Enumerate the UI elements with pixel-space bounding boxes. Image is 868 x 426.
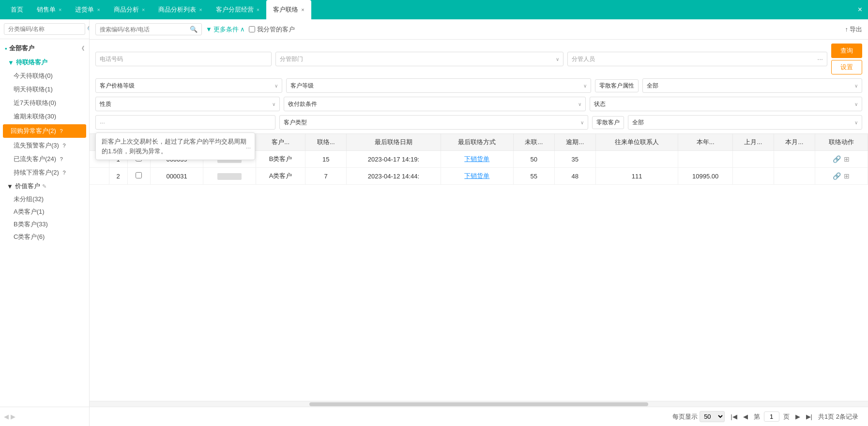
row1-last-contact-date: 2023-04-17 14:19: [347, 151, 441, 168]
col-contact-person[interactable]: 往来单位联系人 [595, 134, 678, 151]
value-customers-arrow: ▼ [7, 183, 13, 190]
sidebar-today-pending[interactable]: 今天待联络(0) [0, 69, 89, 83]
col-uncontacted-label: 未联... [525, 138, 543, 146]
nav-product-list-close[interactable]: × [199, 7, 202, 13]
sidebar-repurchase-abnormal[interactable]: 回购异常客户(2) ? [3, 124, 86, 138]
sidebar-bottom-arrow-left[interactable]: ◀ [4, 413, 9, 420]
nav-home[interactable]: 首页 [4, 0, 30, 19]
status-field[interactable]: 状态 ∨ [590, 97, 862, 111]
nav-customer-contact[interactable]: 客户联络 × [266, 0, 311, 19]
row1-last-month [732, 151, 774, 168]
query-button[interactable]: 查询 [831, 44, 862, 58]
col-contact-count[interactable]: 联络... [305, 134, 347, 151]
payment-field[interactable]: 收付款条件 ∨ [284, 97, 586, 111]
filter-row-3: 性质 ∨ 收付款条件 ∨ 状态 ∨ [95, 97, 862, 111]
sidebar-overdue-pending[interactable]: 逾期未联络(30) [0, 110, 89, 123]
col-current-year[interactable]: 本年... [678, 134, 732, 151]
col-overdue[interactable]: 逾期... [554, 134, 595, 151]
row2-index: 2 [109, 168, 127, 185]
setting-button[interactable]: 设置 [831, 60, 862, 74]
sidebar-search-input[interactable] [4, 23, 85, 35]
row1-actions: 🔗 ⊞ [815, 151, 868, 168]
nav-sales[interactable]: 销售单 × [30, 0, 68, 19]
gender-field[interactable]: 性质 ∨ [95, 97, 280, 111]
customer-type-field[interactable]: 客户类型 ∨ [279, 115, 588, 130]
nav-customer-layer-close[interactable]: × [257, 7, 259, 13]
price-grade-field[interactable]: 客户价格等级 ∨ [95, 78, 282, 93]
col-last-contact-date[interactable]: 最后联络日期 [347, 134, 441, 151]
col-last-contact-method[interactable]: 最后联络方式 [441, 134, 513, 151]
customer-grade-arrow: ∨ [583, 83, 587, 88]
customer-grade-field[interactable]: 客户等级 ∨ [286, 78, 592, 93]
sidebar-lost-warning[interactable]: 流失预警客户(3) ? [0, 139, 89, 152]
nav-purchase-close[interactable]: × [97, 7, 100, 13]
col-last-month-label: 上月... [744, 138, 762, 146]
row2-grid-icon[interactable]: ⊞ [844, 172, 850, 180]
col-customer-type-label: 客户... [272, 138, 289, 146]
sidebar-value-c[interactable]: C类客户(6) [0, 231, 89, 243]
row2-link-icon[interactable]: 🔗 [833, 172, 841, 180]
nav-product-analysis[interactable]: 商品分析 × [107, 0, 152, 19]
sidebar-already-lost[interactable]: 已流失客户(24) ? [0, 152, 89, 166]
value-customers-edit-icon[interactable]: ✎ [42, 183, 46, 190]
row1-method-link[interactable]: 下销货单 [464, 155, 489, 162]
main-search-icon[interactable]: 🔍 [190, 26, 198, 33]
col-customer-type[interactable]: 客户... [256, 134, 305, 151]
page-first-btn[interactable]: |◀ [729, 412, 739, 421]
nav-product-analysis-close[interactable]: × [142, 7, 145, 13]
all-customers-label: 全部客户 [9, 44, 34, 53]
nav-sales-close[interactable]: × [59, 7, 61, 13]
col-uncontacted[interactable]: 未联... [513, 134, 554, 151]
row1-action-buttons: 🔗 ⊞ [819, 155, 864, 163]
content-area: 🔍 ▼ 更多条件 ∧ 我分管的客户 ↑ 导出 电话号码 [90, 19, 868, 426]
sidebar-pending-contact-group[interactable]: ▼ 待联络客户 [0, 56, 89, 69]
export-icon: ↑ [845, 26, 849, 33]
sidebar-collapse-btn[interactable]: 《 [79, 45, 84, 52]
my-customer-checkbox[interactable] [249, 26, 255, 32]
retail-attr-select[interactable]: 全部 ∨ [642, 78, 862, 93]
scrollbar-track[interactable] [309, 402, 648, 406]
sidebar-value-customers-group[interactable]: ▼ 价值客户 ✎ [0, 179, 89, 193]
nav-customer-contact-close[interactable]: × [301, 7, 304, 13]
main-search-input[interactable] [100, 26, 190, 33]
phone-field[interactable]: 电话号码 [95, 52, 272, 66]
row2-name [203, 168, 256, 185]
row2-last-contact-method[interactable]: 下销货单 [441, 168, 513, 185]
horizontal-scrollbar[interactable] [90, 401, 868, 407]
row1-link-icon[interactable]: 🔗 [833, 155, 841, 163]
dept-field[interactable]: 分管部门 ∨ [275, 52, 563, 66]
sidebar-value-ungrouped[interactable]: 未分组(32) [0, 193, 89, 206]
col-last-month[interactable]: 上月... [732, 134, 774, 151]
price-grade-arrow: ∨ [274, 83, 278, 88]
more-filter-btn[interactable]: ▼ 更多条件 ∧ [206, 25, 245, 34]
row1-uncontacted: 50 [513, 151, 554, 168]
nav-product-list[interactable]: 商品分析列表 × [152, 0, 209, 19]
sidebar-sustained-drop[interactable]: 持续下滑客户(2) ? [0, 166, 89, 179]
sidebar-7days-pending[interactable]: 近7天待联络(0) [0, 96, 89, 110]
window-close-button[interactable]: × [858, 5, 862, 14]
nav-purchase[interactable]: 进货单 × [68, 0, 107, 19]
row2-checkbox[interactable] [127, 168, 150, 185]
row1-grid-icon[interactable]: ⊞ [844, 155, 850, 163]
retail-customer-select[interactable]: 全部 ∨ [628, 115, 862, 130]
row1-last-contact-method[interactable]: 下销货单 [441, 151, 513, 168]
manager-field[interactable]: 分管人员 ··· [567, 52, 827, 66]
more-ellipsis-field[interactable]: ··· [95, 115, 275, 130]
nav-customer-layer[interactable]: 客户分层经营 × [209, 0, 266, 19]
sidebar-all-customers[interactable]: ▪ 全部客户 《 [0, 41, 89, 56]
page-prev-btn[interactable]: ◀ [741, 412, 750, 421]
col-current-month[interactable]: 本月... [774, 134, 815, 151]
page-last-btn[interactable]: ▶| [804, 412, 814, 421]
sidebar-bottom-arrow-right[interactable]: ▶ [11, 413, 15, 420]
row2-select-checkbox[interactable] [136, 172, 142, 178]
row2-method-link[interactable]: 下销货单 [464, 172, 489, 179]
sidebar-value-b[interactable]: B类客户(33) [0, 218, 89, 231]
per-page-select[interactable]: 50 100 200 [700, 411, 725, 422]
retail-customer-label: 零散客户 [592, 116, 624, 129]
sidebar-value-a[interactable]: A类客户(1) [0, 206, 89, 218]
sidebar-tomorrow-pending[interactable]: 明天待联络(1) [0, 83, 89, 96]
search-box[interactable]: 🔍 [95, 23, 202, 35]
export-button[interactable]: ↑ 导出 [845, 25, 863, 34]
page-next-btn[interactable]: ▶ [793, 412, 802, 421]
page-number-input[interactable] [764, 411, 779, 422]
